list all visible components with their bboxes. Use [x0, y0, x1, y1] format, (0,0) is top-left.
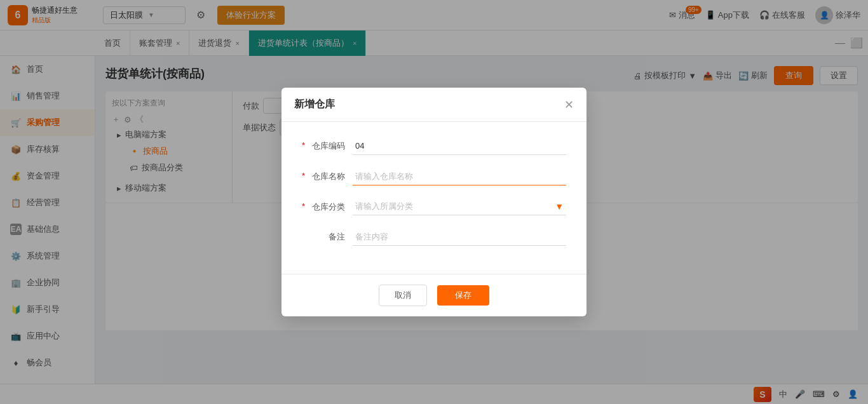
warehouse-category-select[interactable]: 请输入所属分类 ▼ [353, 198, 566, 215]
save-button[interactable]: 保存 [437, 285, 489, 306]
form-row-note: 备注 [302, 228, 566, 246]
modal-footer: 取消 保存 [281, 274, 587, 316]
warehouse-name-input[interactable] [353, 168, 566, 185]
modal-title: 新增仓库 [294, 98, 335, 111]
add-warehouse-modal: 新增仓库 ✕ 仓库编码 仓库名称 仓库分类 请输入所属分类 ▼ [281, 88, 587, 316]
category-label: 仓库分类 [302, 201, 353, 213]
modal-close-button[interactable]: ✕ [564, 99, 574, 111]
cancel-button[interactable]: 取消 [379, 285, 427, 306]
note-label: 备注 [302, 231, 353, 243]
form-row-code: 仓库编码 [302, 137, 566, 155]
form-row-category: 仓库分类 请输入所属分类 ▼ [302, 198, 566, 215]
modal-header: 新增仓库 ✕ [281, 88, 587, 122]
modal-body: 仓库编码 仓库名称 仓库分类 请输入所属分类 ▼ 备注 [281, 122, 587, 274]
category-placeholder: 请输入所属分类 [355, 201, 555, 212]
name-label: 仓库名称 [302, 171, 353, 182]
modal-backdrop: 新增仓库 ✕ 仓库编码 仓库名称 仓库分类 请输入所属分类 ▼ [0, 0, 868, 404]
category-arrow-icon: ▼ [555, 201, 564, 212]
warehouse-code-input[interactable] [353, 137, 566, 155]
form-row-name: 仓库名称 [302, 168, 566, 185]
code-label: 仓库编码 [302, 140, 353, 152]
warehouse-note-input[interactable] [353, 228, 566, 246]
